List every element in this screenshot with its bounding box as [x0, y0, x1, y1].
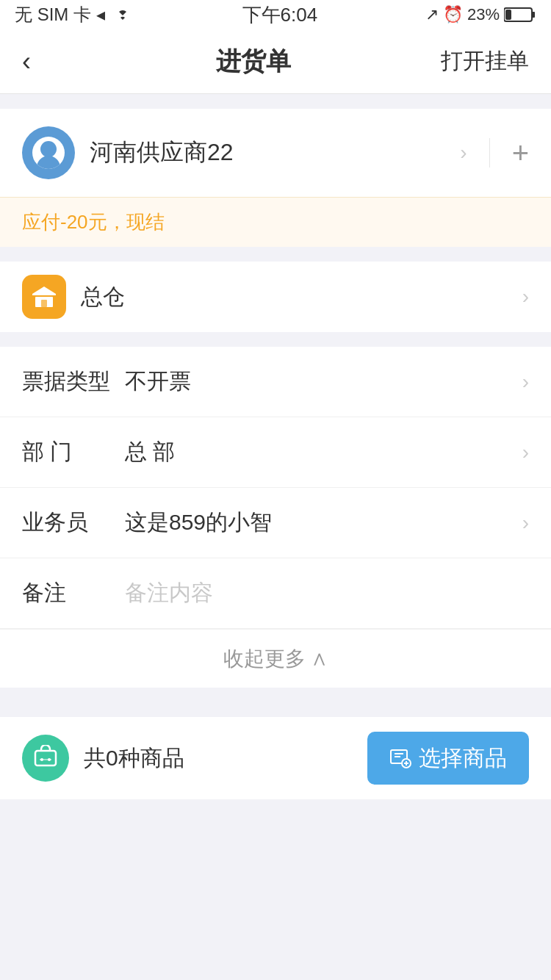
- collapse-row[interactable]: 收起更多 ∧: [0, 629, 551, 688]
- section-gap-3: [0, 332, 551, 347]
- department-row[interactable]: 部 门 总 部 ›: [0, 417, 551, 488]
- warehouse-svg: [31, 284, 57, 310]
- add-supplier-icon[interactable]: +: [512, 137, 529, 170]
- avatar-inner: [32, 137, 65, 169]
- select-goods-label: 选择商品: [419, 743, 507, 774]
- remark-row[interactable]: 备注 备注内容: [0, 558, 551, 629]
- wifi-icon: [111, 7, 134, 23]
- svg-rect-5: [35, 751, 56, 765]
- supplier-name: 河南供应商22: [90, 137, 460, 169]
- select-goods-icon: [389, 747, 411, 769]
- department-value: 总 部: [125, 437, 522, 467]
- warehouse-label: 总仓: [81, 282, 522, 312]
- location-icon: ↗: [425, 5, 439, 24]
- invoice-type-value: 不开票: [125, 367, 522, 397]
- salesperson-label: 业务员: [22, 508, 125, 538]
- remark-placeholder: 备注内容: [125, 578, 529, 608]
- form-section: 票据类型 不开票 › 部 门 总 部 › 业务员 这是859的小智 › 备注 备…: [0, 347, 551, 688]
- status-right: ↗ ⏰ 23%: [425, 5, 536, 24]
- goods-icon: [22, 735, 69, 782]
- supplier-chevron-icon: ›: [460, 141, 467, 165]
- status-left: 无 SIM 卡 ◂: [15, 3, 134, 26]
- department-label: 部 门: [22, 437, 125, 467]
- cart-icon: [32, 745, 59, 771]
- warehouse-icon: [22, 275, 66, 319]
- department-chevron-icon: ›: [522, 441, 529, 464]
- svg-rect-2: [505, 10, 511, 20]
- back-button[interactable]: ‹: [22, 46, 66, 77]
- nav-bar: ‹ 进货单 打开挂单: [0, 29, 551, 94]
- section-gap-1: [0, 94, 551, 109]
- warehouse-row[interactable]: 总仓 ›: [0, 262, 551, 332]
- invoice-type-chevron-icon: ›: [522, 370, 529, 394]
- avatar-head: [40, 141, 57, 157]
- bottom-bar: 共0种商品 选择商品: [0, 717, 551, 799]
- status-bar: 无 SIM 卡 ◂ 下午6:04 ↗ ⏰ 23%: [0, 0, 551, 29]
- alarm-icon: ⏰: [443, 5, 463, 24]
- supplier-row[interactable]: 河南供应商22 › +: [0, 109, 551, 197]
- svg-rect-1: [532, 12, 535, 18]
- section-gap-2: [0, 247, 551, 262]
- page-title: 进货单: [216, 45, 291, 79]
- avatar-body: [37, 156, 60, 169]
- battery-label: 23%: [467, 5, 500, 24]
- open-pending-button[interactable]: 打开挂单: [441, 46, 529, 76]
- invoice-type-row[interactable]: 票据类型 不开票 ›: [0, 347, 551, 417]
- supplier-right: › +: [460, 137, 529, 170]
- invoice-type-label: 票据类型: [22, 367, 125, 397]
- salesperson-value: 这是859的小智: [125, 508, 522, 538]
- remark-label: 备注: [22, 578, 125, 608]
- warehouse-chevron-icon: ›: [522, 285, 529, 309]
- salesperson-chevron-icon: ›: [522, 511, 529, 535]
- notice-bar: 应付-20元，现结: [0, 197, 551, 247]
- notice-text: 应付-20元，现结: [22, 211, 165, 233]
- status-time: 下午6:04: [242, 2, 318, 28]
- supplier-avatar: [22, 126, 75, 179]
- collapse-label: 收起更多 ∧: [223, 645, 328, 673]
- battery-icon: [504, 7, 536, 23]
- select-goods-button[interactable]: 选择商品: [367, 732, 529, 785]
- svg-rect-4: [41, 300, 47, 307]
- salesperson-row[interactable]: 业务员 这是859的小智 ›: [0, 488, 551, 558]
- goods-count-label: 共0种商品: [84, 743, 353, 774]
- divider: [489, 138, 490, 167]
- section-gap-4: [0, 688, 551, 702]
- sim-label: 无 SIM 卡 ◂: [15, 3, 105, 26]
